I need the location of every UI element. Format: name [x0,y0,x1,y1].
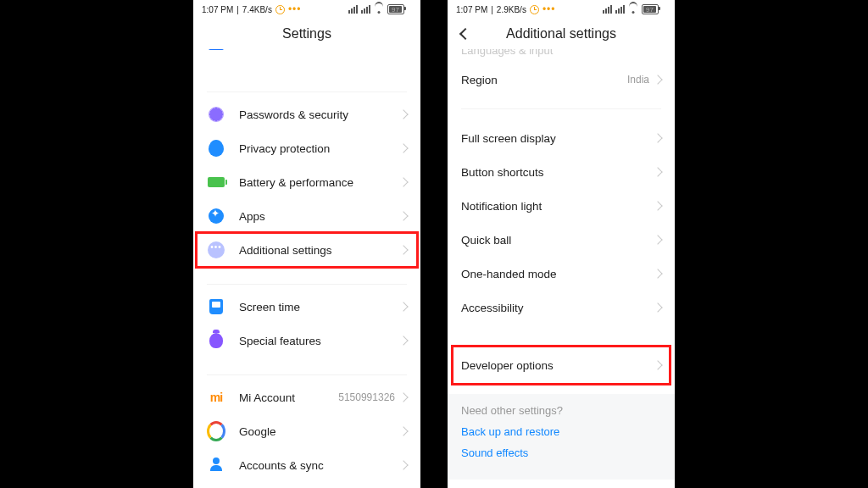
google-icon [207,422,225,441]
partial-row-top: Themes [193,49,420,61]
row-languages-partial[interactable]: Languages & input [448,49,675,63]
row-label: One-handed mode [461,268,654,280]
row-label: Themes [239,49,400,51]
chevron-right-icon [398,460,408,469]
row-label: Additional settings [239,244,400,257]
row-additional-settings[interactable]: Additional settings [193,233,420,267]
net-speed: 7.4KB/s [242,5,272,14]
row-accounts-sync[interactable]: Accounts & sync [193,448,420,482]
signal-icon [615,5,625,14]
row-label: Accounts & sync [239,459,400,472]
stage: 1:07 PM | 7.4KB/s ••• 97 Settings Themes [0,0,868,488]
row-full-screen-display[interactable]: Full screen display [448,121,675,155]
row-label: Region [461,74,627,86]
footer-question: Need other settings? [461,404,661,417]
row-label: Special features [239,335,400,347]
footer-card: Need other settings? Back up and restore… [448,394,675,480]
screen-time-icon [207,297,225,316]
chevron-right-icon [653,269,662,278]
alarm-icon [275,5,285,14]
row-label: Screen time [239,301,400,313]
chevron-right-icon [398,109,408,119]
account-icon [207,456,225,474]
themes-icon [207,49,225,53]
chevron-right-icon [653,167,662,176]
row-label: Button shortcuts [461,166,654,179]
group-security: Passwords & security Privacy protection … [193,97,420,267]
alarm-icon [530,5,539,14]
row-label: Full screen display [461,132,654,145]
header: Settings [193,19,420,49]
apps-icon [207,207,225,225]
row-quick-ball[interactable]: Quick ball [448,223,675,257]
chevron-right-icon [653,75,662,84]
privacy-icon [207,139,225,158]
battery-icon [207,173,225,191]
row-privacy-protection[interactable]: Privacy protection [193,131,420,165]
row-label: Quick ball [461,234,654,247]
wifi-icon [628,5,638,14]
features-icon [207,331,225,350]
more-notif-icon: ••• [288,7,302,12]
row-notification-light[interactable]: Notification light [448,189,675,223]
row-label: Developer options [461,359,654,372]
chevron-right-icon [398,426,408,435]
row-themes[interactable]: Themes [193,49,420,61]
mi-icon: mi [207,388,225,407]
signal-icon [348,5,358,14]
row-special-features[interactable]: Special features [193,324,420,358]
row-label: Apps [239,210,400,223]
back-arrow-icon[interactable] [458,26,473,42]
row-value: 5150991326 [338,391,395,403]
row-battery-performance[interactable]: Battery & performance [193,165,420,199]
link-sound-effects[interactable]: Sound effects [461,446,661,459]
group-digital: Screen time Special features [193,290,420,358]
chevron-right-icon [653,360,662,369]
row-label: Notification light [461,200,654,213]
row-label: Passwords & security [239,108,400,121]
signal-icon [361,5,370,14]
phone-settings: 1:07 PM | 7.4KB/s ••• 97 Settings Themes [193,0,420,488]
wifi-icon [374,5,384,14]
chevron-right-icon [653,133,662,142]
row-button-shortcuts[interactable]: Button shortcuts [448,155,675,189]
phone-additional-settings: 1:07 PM | 2.9KB/s ••• 97 Additional sett… [448,0,675,488]
clock-text: 1:07 PM [202,5,233,14]
status-bar: 1:07 PM | 7.4KB/s ••• 97 [193,0,420,19]
row-developer-options[interactable]: Developer options [448,348,675,382]
clock-text: 1:07 PM [456,5,487,14]
chevron-right-icon [398,302,408,311]
battery-icon: 97 [387,4,412,14]
row-apps[interactable]: Apps [193,199,420,233]
row-label: Mi Account [239,391,338,404]
row-label: Battery & performance [239,176,400,189]
chevron-right-icon [398,143,408,152]
row-label: Accessibility [461,302,654,314]
row-screen-time[interactable]: Screen time [193,290,420,324]
row-passwords-security[interactable]: Passwords & security [193,97,420,131]
chevron-right-icon [653,201,662,210]
chevron-right-icon [653,235,662,244]
group-accounts: mi Mi Account 5150991326 Google Accounts… [193,380,420,482]
shield-icon [207,105,225,124]
page-title: Additional settings [506,26,616,42]
page-title: Settings [282,26,331,42]
row-accessibility[interactable]: Accessibility [448,291,675,324]
battery-icon: 97 [642,4,666,14]
row-google[interactable]: Google [193,414,420,448]
header: Additional settings [448,19,675,49]
chevron-right-icon [398,245,408,254]
chevron-right-icon [398,177,408,186]
chevron-right-icon [398,392,408,402]
more-notif-icon: ••• [542,7,556,12]
row-mi-account[interactable]: mi Mi Account 5150991326 [193,380,420,414]
row-one-handed-mode[interactable]: One-handed mode [448,257,675,291]
row-region[interactable]: Region India [448,63,675,97]
net-speed: 2.9KB/s [497,5,526,14]
row-label: Google [239,425,400,438]
chevron-right-icon [398,336,408,345]
more-icon [207,241,225,259]
link-backup-restore[interactable]: Back up and restore [461,425,661,438]
chevron-right-icon [398,211,408,220]
status-bar: 1:07 PM | 2.9KB/s ••• 97 [448,0,675,19]
